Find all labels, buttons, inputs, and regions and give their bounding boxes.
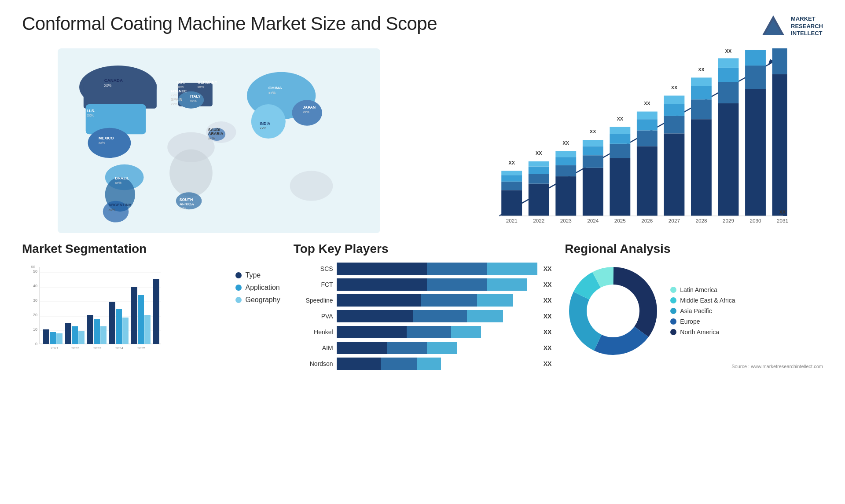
- svg-rect-56: [501, 182, 522, 190]
- player-bar-henkel: [337, 326, 537, 338]
- svg-text:U.K.: U.K.: [177, 80, 185, 84]
- bar-seg3-scs: [487, 263, 537, 275]
- segmentation-title: Market Segmentation: [22, 242, 280, 256]
- svg-rect-146: [116, 309, 122, 344]
- svg-text:xx%: xx%: [115, 181, 121, 185]
- svg-rect-62: [529, 174, 549, 183]
- svg-rect-138: [72, 326, 78, 344]
- svg-rect-147: [122, 318, 129, 344]
- svg-rect-88: [637, 112, 658, 120]
- svg-rect-81: [610, 134, 630, 143]
- svg-text:2030: 2030: [749, 218, 761, 223]
- svg-rect-92: [664, 116, 684, 133]
- svg-text:BRAZIL: BRAZIL: [115, 176, 129, 180]
- svg-text:2025: 2025: [137, 346, 145, 350]
- svg-rect-143: [100, 326, 107, 344]
- svg-text:ARGENTINA: ARGENTINA: [108, 203, 132, 207]
- key-players-section: Top Key Players SCS XX FC: [294, 242, 552, 373]
- svg-text:XX: XX: [563, 140, 569, 146]
- seg-chart-container: 0 10 20 30 40 50 60: [22, 263, 280, 361]
- svg-text:XX: XX: [509, 160, 515, 165]
- svg-rect-94: [664, 95, 684, 104]
- svg-text:CANADA: CANADA: [104, 78, 123, 83]
- svg-rect-141: [87, 315, 93, 344]
- player-value-fct: XX: [544, 281, 552, 288]
- svg-rect-98: [691, 99, 712, 119]
- svg-rect-142: [94, 319, 100, 344]
- player-name-speedline: Speedline: [294, 297, 333, 304]
- svg-rect-76: [583, 140, 603, 146]
- svg-text:ITALY: ITALY: [190, 94, 201, 99]
- svg-rect-109: [745, 89, 766, 216]
- players-list: SCS XX FCT: [294, 263, 552, 370]
- dot-north-america: [670, 329, 676, 335]
- legend-north-america: North America: [670, 329, 735, 336]
- dot-middle-east: [670, 297, 676, 303]
- player-bar-fct: [337, 278, 537, 291]
- svg-text:xx%: xx%: [87, 113, 95, 117]
- world-map-svg: CANADA xx% U.S. xx% MEXICO xx% BRAZIL xx…: [22, 48, 416, 233]
- svg-text:2022: 2022: [71, 346, 79, 350]
- svg-rect-115: [772, 48, 793, 74]
- svg-text:xx%: xx%: [108, 208, 115, 212]
- world-map-section: CANADA xx% U.S. xx% MEXICO xx% BRAZIL xx…: [22, 48, 416, 233]
- player-value-pva: XX: [544, 313, 552, 320]
- svg-rect-85: [637, 146, 658, 216]
- svg-rect-86: [637, 131, 658, 146]
- svg-text:XX: XX: [671, 85, 678, 90]
- logo-text: MARKET RESEARCH INTELLECT: [791, 15, 823, 38]
- svg-text:2021: 2021: [51, 346, 59, 350]
- player-row-aim: AIM XX: [294, 342, 552, 354]
- svg-text:U.S.: U.S.: [87, 108, 96, 113]
- player-row-nordson: Nordson XX: [294, 358, 552, 370]
- svg-text:2027: 2027: [669, 218, 680, 223]
- svg-text:2029: 2029: [723, 218, 734, 223]
- svg-text:0: 0: [35, 342, 37, 346]
- svg-rect-55: [501, 190, 522, 216]
- dot-asia-pacific: [670, 308, 676, 314]
- player-row-pva: PVA XX: [294, 310, 552, 322]
- svg-rect-91: [664, 133, 684, 216]
- player-bar-aim: [337, 342, 537, 354]
- legend-dot-application: [235, 285, 242, 291]
- svg-text:XX: XX: [590, 129, 596, 134]
- svg-point-159: [589, 287, 637, 335]
- svg-text:JAPAN: JAPAN: [303, 105, 316, 110]
- svg-text:2021: 2021: [506, 218, 518, 223]
- key-players-title: Top Key Players: [294, 242, 552, 256]
- legend-middle-east: Middle East & Africa: [670, 297, 735, 304]
- bar-seg1-scs: [337, 263, 427, 275]
- dot-europe: [670, 318, 676, 325]
- player-bar-pva: [337, 310, 537, 322]
- svg-rect-57: [501, 175, 522, 182]
- svg-text:50: 50: [33, 269, 37, 274]
- svg-point-13: [169, 150, 213, 197]
- svg-text:2023: 2023: [560, 218, 572, 223]
- seg-legend: Type Application Geography: [235, 263, 280, 304]
- svg-text:xx%: xx%: [104, 83, 112, 88]
- svg-text:xx%: xx%: [260, 126, 266, 130]
- svg-text:60: 60: [31, 265, 35, 269]
- svg-text:xx%: xx%: [198, 85, 204, 89]
- player-bar-nordson: [337, 358, 537, 370]
- svg-text:XX: XX: [779, 209, 786, 215]
- logo-container: MARKET RESEARCH INTELLECT: [760, 13, 823, 40]
- svg-text:2028: 2028: [695, 218, 707, 223]
- svg-rect-61: [529, 184, 549, 216]
- donut-container: Latin America Middle East & Africa Asia …: [565, 263, 823, 359]
- svg-text:ARABIA: ARABIA: [208, 131, 224, 136]
- svg-rect-80: [610, 144, 630, 158]
- svg-text:2024: 2024: [587, 218, 599, 223]
- svg-rect-99: [691, 86, 712, 99]
- svg-text:xx%: xx%: [268, 91, 276, 95]
- legend-item-application: Application: [235, 284, 280, 292]
- svg-rect-68: [555, 165, 576, 176]
- seg-chart-svg: 0 10 20 30 40 50 60: [22, 263, 163, 359]
- svg-rect-79: [610, 158, 630, 216]
- svg-text:2023: 2023: [93, 346, 101, 350]
- player-value-scs: XX: [544, 265, 552, 272]
- svg-text:xx%: xx%: [190, 99, 197, 103]
- svg-text:SPAIN: SPAIN: [171, 97, 182, 102]
- svg-text:xx%: xx%: [171, 93, 177, 97]
- player-value-henkel: XX: [544, 329, 552, 336]
